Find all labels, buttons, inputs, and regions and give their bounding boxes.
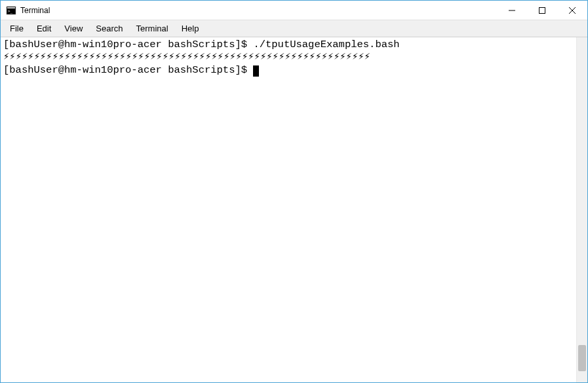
terminal-app-icon: >_ (6, 5, 16, 16)
shell-prompt: [bashUser@hm-win10pro-acer bashScripts]$ (3, 64, 253, 76)
menu-view[interactable]: View (58, 22, 89, 35)
menu-search[interactable]: Search (89, 22, 129, 35)
terminal-content[interactable]: [bashUser@hm-win10pro-acer bashScripts]$… (1, 37, 576, 382)
menu-edit[interactable]: Edit (30, 22, 58, 35)
menu-help[interactable]: Help (175, 22, 206, 35)
scroll-down-icon[interactable] (577, 371, 587, 382)
maximize-icon (539, 7, 545, 14)
svg-text:>_: >_ (8, 9, 13, 14)
minimize-button[interactable] (497, 1, 527, 20)
maximize-button[interactable] (527, 1, 557, 20)
terminal-window: >_ Terminal File (0, 0, 588, 383)
titlebar[interactable]: >_ Terminal (1, 1, 587, 20)
terminal-line: ⚡⚡⚡⚡⚡⚡⚡⚡⚡⚡⚡⚡⚡⚡⚡⚡⚡⚡⚡⚡⚡⚡⚡⚡⚡⚡⚡⚡⚡⚡⚡⚡⚡⚡⚡⚡⚡⚡⚡⚡… (3, 51, 574, 64)
close-icon (569, 7, 576, 14)
menubar: File Edit View Search Terminal Help (1, 20, 587, 37)
close-button[interactable] (557, 1, 587, 20)
terminal-line: [bashUser@hm-win10pro-acer bashScripts]$… (3, 39, 574, 51)
scroll-up-icon[interactable] (577, 37, 587, 48)
command-text: ./tputUsageExamples.bash (253, 39, 399, 50)
menu-terminal[interactable]: Terminal (130, 22, 175, 35)
terminal-line: [bashUser@hm-win10pro-acer bashScripts]$ (3, 64, 574, 77)
shell-prompt: [bashUser@hm-win10pro-acer bashScripts]$ (3, 39, 253, 50)
scrollbar-thumb[interactable] (578, 345, 586, 371)
cursor-icon (253, 65, 259, 77)
window-controls (497, 1, 587, 20)
menu-file[interactable]: File (3, 22, 30, 35)
vertical-scrollbar[interactable] (576, 37, 587, 382)
svg-rect-4 (539, 7, 545, 13)
minimize-icon (509, 7, 515, 14)
window-title: Terminal (20, 6, 50, 15)
output-text: ⚡⚡⚡⚡⚡⚡⚡⚡⚡⚡⚡⚡⚡⚡⚡⚡⚡⚡⚡⚡⚡⚡⚡⚡⚡⚡⚡⚡⚡⚡⚡⚡⚡⚡⚡⚡⚡⚡⚡⚡… (3, 51, 370, 63)
terminal-body: [bashUser@hm-win10pro-acer bashScripts]$… (1, 37, 587, 382)
